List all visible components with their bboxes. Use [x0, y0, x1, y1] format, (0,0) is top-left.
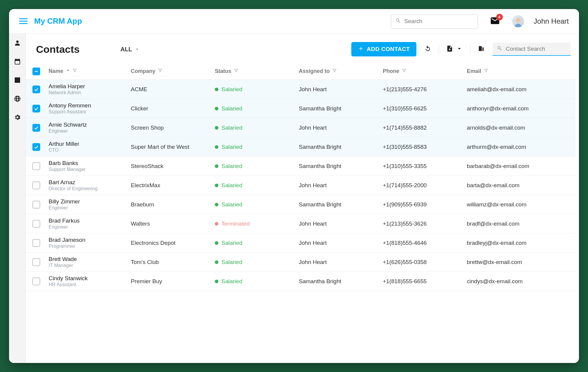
row-checkbox[interactable] — [32, 258, 40, 266]
row-checkbox[interactable] — [32, 278, 40, 285]
column-header-assigned[interactable]: Assigned to — [299, 68, 383, 74]
contact-status: Salaried — [221, 163, 242, 170]
contact-email: brettw@dx-email.com — [467, 259, 575, 266]
column-chooser-button[interactable] — [478, 42, 485, 56]
row-checkbox[interactable] — [32, 162, 40, 170]
contact-role: Director of Engineering — [49, 186, 131, 191]
contact-role: Engineer — [49, 224, 131, 230]
row-checkbox[interactable] — [32, 143, 40, 151]
contact-phone: +1(714)555-8882 — [383, 124, 467, 131]
column-header-email[interactable]: Email — [467, 68, 575, 74]
table-row[interactable]: Brad FarkusEngineerWaltersTerminatedJohn… — [26, 214, 575, 233]
export-button[interactable] — [446, 42, 463, 56]
table-row[interactable]: Bart ArnazDirector of EngineeringElectri… — [26, 176, 575, 195]
row-checkbox[interactable] — [32, 182, 40, 189]
contact-phone: +1(818)555-4646 — [383, 240, 467, 246]
contact-name: Barb Banks — [49, 160, 131, 167]
row-checkbox[interactable] — [32, 124, 40, 132]
export-icon — [446, 45, 453, 53]
sidebar-item-globe[interactable] — [13, 95, 22, 104]
filter-icon — [484, 68, 488, 74]
menu-toggle-button[interactable] — [19, 17, 28, 26]
add-contact-button[interactable]: ADD CONTACT — [351, 42, 416, 56]
user-name: John Heart — [534, 17, 569, 26]
table-row[interactable]: Antony RemmenSupport AssistantClickerSal… — [26, 99, 575, 118]
filter-dropdown[interactable]: ALL — [120, 46, 139, 53]
contact-name: Brad Jameson — [49, 237, 131, 244]
global-search-input[interactable] — [404, 18, 476, 25]
table-row[interactable]: Amelia HarperNetwork AdminACMESalariedJo… — [26, 80, 575, 99]
column-header-phone[interactable]: Phone — [383, 68, 467, 74]
contact-company: Premier Buy — [131, 278, 215, 285]
contact-phone: +1(310)555-8583 — [383, 144, 467, 150]
row-checkbox[interactable] — [32, 220, 40, 228]
table-row[interactable]: Barb BanksSupport ManagerStereoShackSala… — [26, 157, 575, 176]
row-checkbox[interactable] — [32, 105, 40, 112]
sidebar-item-calendar[interactable] — [13, 58, 22, 67]
sort-asc-icon — [66, 68, 70, 74]
contact-name: Bart Arnaz — [49, 179, 131, 186]
table-row[interactable]: Brett WadeIT ManagerTom's ClubSalariedJo… — [26, 253, 575, 272]
contact-role: Engineer — [49, 205, 131, 211]
contact-company: StereoShack — [131, 163, 215, 170]
svg-point-0 — [516, 18, 520, 22]
row-checkbox[interactable] — [32, 86, 40, 93]
contact-company: Clicker — [131, 105, 215, 112]
table-row[interactable]: Arthur MillerCTOSuper Mart of the WestSa… — [26, 137, 575, 157]
contact-search-input[interactable] — [505, 45, 578, 52]
app-title: My CRM App — [34, 16, 82, 26]
select-all-checkbox[interactable] — [32, 68, 40, 75]
mail-icon — [490, 22, 500, 27]
contact-company: Electronics Depot — [131, 240, 215, 246]
search-icon — [395, 18, 404, 25]
globe-icon — [14, 95, 21, 104]
contact-name: Antony Remmen — [49, 102, 131, 109]
contact-assigned: Samantha Bright — [299, 278, 383, 285]
contact-name: Brett Wade — [49, 256, 131, 263]
table-row[interactable]: Cindy StanwickHR AssistantPremier BuySal… — [26, 272, 575, 291]
contact-assigned: John Heart — [299, 220, 383, 227]
contact-status: Terminated — [221, 220, 250, 227]
column-header-status[interactable]: Status — [215, 68, 299, 74]
contact-company: Walters — [131, 220, 215, 227]
contact-email: ameliah@dx-email.com — [467, 86, 575, 93]
row-checkbox[interactable] — [32, 201, 40, 208]
contact-status: Salaried — [221, 182, 242, 189]
mail-button[interactable]: 4 — [490, 16, 500, 27]
search-icon — [497, 46, 502, 52]
chart-icon — [14, 76, 21, 85]
contacts-grid: Name Company Status Assigned to Phone Em… — [26, 63, 579, 363]
global-search[interactable] — [391, 14, 478, 28]
column-header-name[interactable]: Name — [47, 68, 131, 74]
contact-email: anthonyr@dx-email.com — [467, 105, 575, 112]
contact-search[interactable] — [493, 43, 571, 56]
contact-email: arnolds@dx-email.com — [467, 124, 575, 131]
column-header-company[interactable]: Company — [131, 68, 215, 74]
refresh-icon — [424, 45, 431, 53]
page-title: Contacts — [36, 44, 80, 55]
refresh-button[interactable] — [424, 42, 431, 56]
contact-phone: +1(310)555-6625 — [383, 105, 467, 112]
app-window: My CRM App 4 John Heart — [9, 9, 579, 363]
add-contact-label: ADD CONTACT — [367, 46, 410, 52]
contact-phone: +1(818)555-6655 — [383, 278, 467, 285]
sidebar-item-analytics[interactable] — [13, 76, 22, 85]
sidebar — [9, 34, 26, 363]
filter-dropdown-label: ALL — [120, 46, 132, 53]
status-dot-icon — [215, 203, 218, 206]
contact-name: Arthur Miller — [49, 141, 131, 148]
table-row[interactable]: Brad JamesonProgrammerElectronics DepotS… — [26, 233, 575, 253]
status-dot-icon — [215, 184, 218, 187]
contact-role: Programmer — [49, 243, 131, 249]
sidebar-item-settings[interactable] — [13, 113, 22, 122]
table-row[interactable]: Arnie SchwartzEngineerScreen ShopSalarie… — [26, 118, 575, 137]
chevron-down-icon — [135, 46, 139, 53]
contact-email: williamz@dx-email.com — [467, 201, 575, 208]
user-avatar[interactable] — [512, 15, 524, 27]
gear-icon — [14, 114, 21, 122]
row-checkbox[interactable] — [32, 239, 40, 247]
contact-status: Salaried — [221, 86, 242, 93]
page-toolbar: Contacts ALL ADD CONTACT — [26, 34, 579, 63]
sidebar-item-contacts[interactable] — [13, 39, 22, 48]
table-row[interactable]: Billy ZimmerEngineerBraeburnSalariedSama… — [26, 195, 575, 214]
